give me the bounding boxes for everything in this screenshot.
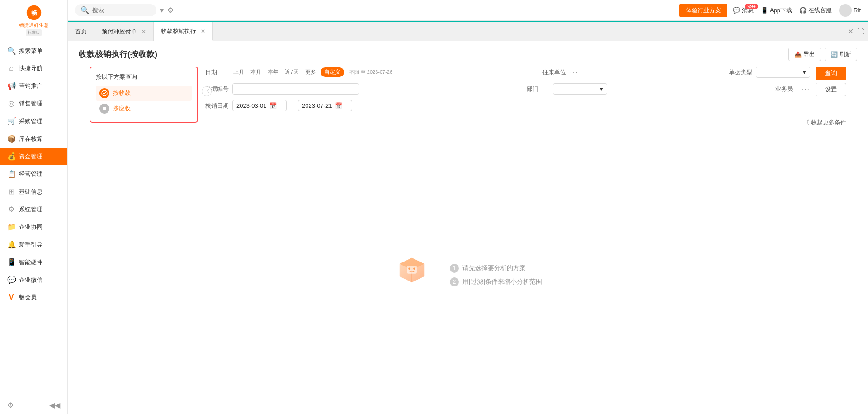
page-title-row: 收款核销执行(按收款) 📤 导出 🔄 刷新 [79, 48, 857, 61]
offset-date-label: 核销日期 [205, 102, 229, 110]
user-name: Rit [854, 7, 861, 14]
filter-actions: 查询 设置 [816, 67, 846, 96]
filter-billno-field: 单据编号 [205, 83, 359, 95]
main-area: 🔍 ▾ ⚙ 体验行业方案 💬 消息 99+ 📱 App下载 🎧 在线客服 [68, 0, 868, 414]
app-download-link[interactable]: 📱 App下载 [761, 6, 792, 14]
sales-icon: ◎ [7, 99, 15, 108]
offset-date-start[interactable]: 2023-03-01 📅 [232, 100, 287, 111]
gear-icon-top[interactable]: ⚙ [167, 6, 174, 14]
page-header: 收款核销执行(按收款) 📤 导出 🔄 刷新 按以下 [68, 41, 868, 136]
collapse-sidebar-icon[interactable]: ◀◀ [49, 401, 60, 409]
sidebar-item-hardware[interactable]: 📱 智能硬件 [0, 253, 67, 271]
sidebar-item-guide[interactable]: 🔔 新手引导 [0, 236, 67, 253]
sidebar-label-system: 系统管理 [19, 205, 42, 214]
filter-option-by-receipt[interactable]: 按收款 [96, 86, 192, 101]
user-avatar [839, 4, 852, 17]
bill-type-select[interactable]: ▾ [756, 67, 810, 78]
enterprise-icon: 📁 [7, 223, 15, 231]
search-input-area[interactable]: 🔍 [75, 4, 156, 16]
sidebar-item-finance[interactable]: 💰 资金管理 [0, 148, 67, 165]
page-title: 收款核销执行(按收款) [79, 49, 157, 60]
purchase-icon: 🛒 [7, 117, 15, 125]
sidebar-item-basic-info[interactable]: ⊞ 基础信息 [0, 183, 67, 200]
sidebar-item-purchase[interactable]: 🛒 采购管理 [0, 112, 67, 130]
logo-icon: 畅 [26, 5, 42, 21]
close-tab-icon[interactable]: ✕ [848, 27, 854, 36]
calendar-end-icon: 📅 [335, 102, 342, 109]
empty-hint-2: 2 用[过滤]条件来缩小分析范围 [450, 277, 542, 286]
dept-select[interactable]: ▾ [553, 83, 607, 95]
sidebar-label-member: 畅会员 [19, 293, 37, 301]
date-no-limit-hint: 不限 至 2023-07-26 [349, 69, 392, 76]
date-btn-this-year[interactable]: 本年 [266, 67, 280, 77]
logo-text: 畅捷通好生意 [19, 22, 49, 29]
expand-tab-icon[interactable]: ⛶ [857, 28, 864, 36]
sidebar-label-enterprise: 企业协同 [19, 223, 42, 231]
empty-icon-wrap [394, 252, 439, 298]
empty-hints: 1 请先选择要分析的方案 2 用[过滤]条件来缩小分析范围 [450, 264, 542, 286]
filter-collapse-btn[interactable]: 《 [202, 86, 212, 96]
salesperson-more-icon[interactable]: ··· [802, 85, 810, 93]
hint-text-2: 用[过滤]条件来缩小分析范围 [462, 278, 542, 286]
sidebar-item-inventory[interactable]: 📦 库存核算 [0, 130, 67, 148]
sidebar-item-operations[interactable]: 📋 经营管理 [0, 165, 67, 183]
date-btn-this-month[interactable]: 本月 [249, 67, 263, 77]
filter-right: 日期 上月 本月 本年 近7天 更多 自定义 [205, 67, 846, 128]
bill-no-input[interactable] [232, 83, 359, 95]
sidebar-item-sales[interactable]: ◎ 销售管理 [0, 95, 67, 112]
date-btn-last-month[interactable]: 上月 [231, 67, 246, 77]
solution-button[interactable]: 体验行业方案 [679, 4, 727, 17]
date-btn-7days[interactable]: 近7天 [283, 67, 301, 77]
filter-left-wrap: 按以下方案查询 按收款 按应收 [90, 67, 205, 128]
partner-label: 往来单位 [542, 68, 566, 76]
tab-close-prepay[interactable]: ✕ [142, 29, 146, 35]
tab-prepay-offset[interactable]: 预付冲应付单 ✕ [94, 22, 154, 41]
sidebar-item-marketing[interactable]: 📢 营销推广 [0, 77, 67, 95]
hint-num-1: 1 [450, 264, 459, 273]
customer-service-link[interactable]: 🎧 在线客服 [799, 6, 832, 14]
refresh-icon: 🔄 [830, 51, 838, 58]
settings-bottom-icon[interactable]: ⚙ [7, 401, 14, 409]
date-separator: — [289, 102, 295, 109]
content-area: 收款核销执行(按收款) 📤 导出 🔄 刷新 按以下 [68, 41, 868, 414]
partner-more-icon[interactable]: ··· [570, 68, 578, 76]
filter-row-2: 单据编号 部门 ▾ [205, 83, 810, 95]
bill-type-label: 单据类型 [729, 68, 752, 76]
sidebar-label-marketing: 营销推广 [19, 82, 42, 90]
filter-left-title: 按以下方案查询 [96, 73, 192, 81]
empty-box-icon [394, 252, 430, 284]
sidebar-item-quick-nav[interactable]: ⌂ 快捷导航 [0, 60, 67, 77]
date-btn-more[interactable]: 更多 [303, 67, 318, 77]
collapse-more-row[interactable]: 《 收起更多条件 [205, 117, 846, 128]
date-btn-custom[interactable]: 自定义 [321, 67, 344, 77]
tab-home[interactable]: 首页 [68, 22, 94, 41]
filter-dept-field: 部门 ▾ [527, 83, 607, 95]
sidebar-item-wechat[interactable]: 💬 企业微信 [0, 271, 67, 289]
sidebar-item-enterprise[interactable]: 📁 企业协同 [0, 218, 67, 236]
filter-option-by-receivable[interactable]: 按应收 [96, 101, 192, 116]
settings-button[interactable]: 设置 [816, 83, 846, 96]
search-input[interactable] [92, 7, 146, 14]
tab-close-receipt[interactable]: ✕ [201, 28, 205, 34]
hardware-icon: 📱 [7, 258, 15, 266]
filter-area: 按以下方案查询 按收款 按应收 [79, 67, 857, 136]
tabbar-actions: ✕ ⛶ [848, 22, 868, 41]
marketing-icon: 📢 [7, 81, 15, 90]
refresh-button[interactable]: 🔄 刷新 [825, 48, 857, 61]
dropdown-arrow-icon[interactable]: ▾ [160, 6, 164, 14]
hint-num-2: 2 [450, 277, 459, 286]
sidebar-menu: 🔍 搜索菜单 ⌂ 快捷导航 📢 营销推广 ◎ 销售管理 🛒 采购管理 📦 库存核… [0, 40, 67, 396]
user-profile[interactable]: Rit [839, 4, 861, 17]
offset-date-end[interactable]: 2023-07-21 📅 [298, 100, 352, 111]
sidebar-item-member[interactable]: V 畅会员 [0, 289, 67, 306]
page-actions: 📤 导出 🔄 刷新 [788, 48, 857, 61]
tab-home-label: 首页 [75, 28, 87, 36]
filter-fields: 日期 上月 本月 本年 近7天 更多 自定义 [205, 67, 810, 111]
message-badge[interactable]: 💬 消息 99+ [733, 6, 754, 14]
tab-receipt-offset[interactable]: 收款核销执行 ✕ [154, 22, 213, 41]
sidebar-item-system[interactable]: ⚙ 系统管理 [0, 200, 67, 218]
inventory-icon: 📦 [7, 134, 15, 143]
query-button[interactable]: 查询 [816, 67, 846, 80]
export-button[interactable]: 📤 导出 [788, 48, 821, 61]
sidebar-item-search-menu[interactable]: 🔍 搜索菜单 [0, 42, 67, 60]
